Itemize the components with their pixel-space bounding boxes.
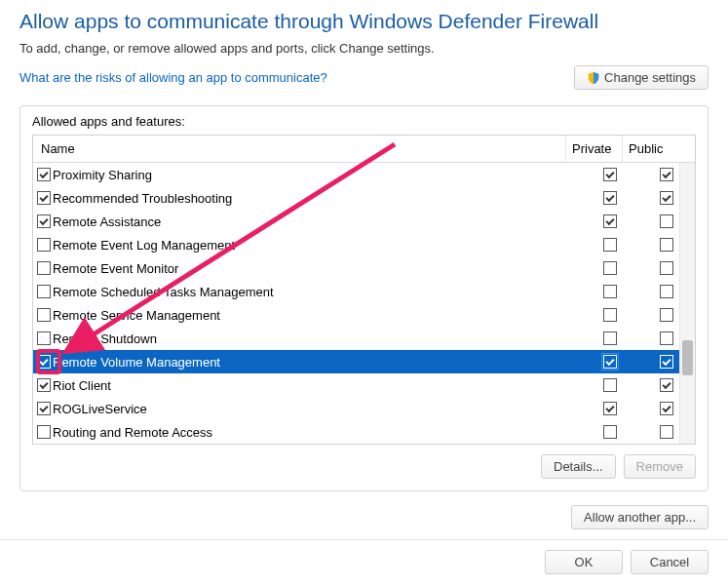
checkbox[interactable] [660,238,673,252]
checkbox[interactable] [660,378,673,392]
checkbox[interactable] [37,214,51,228]
checkbox[interactable] [603,238,617,252]
checkbox[interactable] [660,285,673,298]
ok-button[interactable]: OK [545,550,623,574]
table-row[interactable]: Remote Service Management [33,303,695,327]
app-name-label: Routing and Remote Access [53,425,212,440]
table-row[interactable]: Riot Client [33,373,695,397]
checkbox[interactable] [660,425,673,439]
checkbox[interactable] [37,191,51,205]
checkbox[interactable] [37,261,51,275]
checkbox[interactable] [37,308,51,322]
table-row[interactable]: Remote Event Monitor [33,256,695,280]
scrollbar[interactable] [679,163,695,444]
app-name-label: Remote Volume Management [53,355,220,370]
checkbox[interactable] [603,332,617,345]
checkbox[interactable] [603,168,617,181]
checkbox[interactable] [37,168,51,181]
checkbox[interactable] [603,191,617,205]
app-name-label: Remote Event Log Management [53,238,235,253]
checkbox[interactable] [37,285,51,298]
checkbox[interactable] [37,402,51,415]
page-title: Allow apps to communicate through Window… [19,10,709,33]
checkbox[interactable] [603,402,617,415]
allowed-apps-card: Allowed apps and features: Name Private … [19,105,709,491]
table-row[interactable]: Recommended Troubleshooting [33,186,695,210]
cancel-button[interactable]: Cancel [631,550,709,574]
details-button[interactable]: Details... [541,454,616,479]
table-row[interactable]: Proximity Sharing [33,163,695,186]
dialog-footer: OK Cancel [0,539,728,585]
checkbox[interactable] [603,378,617,392]
risks-link[interactable]: What are the risks of allowing an app to… [19,70,327,85]
app-name-label: Riot Client [53,378,111,393]
table-row[interactable]: Remote Shutdown [33,327,695,350]
checkbox[interactable] [660,402,673,415]
table-row[interactable]: Remote Event Log Management [33,233,695,256]
app-name-label: Remote Assistance [53,214,161,229]
checkbox[interactable] [37,332,51,345]
table-row[interactable]: Remote Assistance [33,210,695,233]
table-row[interactable]: Routing and Remote Access [33,420,695,444]
checkbox[interactable] [603,425,617,439]
apps-table: Name Private Public Proximity SharingRec… [32,135,696,445]
table-row[interactable]: Remote Volume Management [33,350,695,373]
remove-button[interactable]: Remove [624,454,696,479]
table-body: Proximity SharingRecommended Troubleshoo… [33,163,695,444]
change-settings-label: Change settings [604,70,696,85]
checkbox[interactable] [37,238,51,252]
checkbox[interactable] [603,214,617,228]
checkbox[interactable] [37,425,51,439]
checkbox[interactable] [660,355,673,369]
checkbox[interactable] [660,191,673,205]
app-name-label: Remote Scheduled Tasks Management [53,285,274,299]
page-subtitle: To add, change, or remove allowed apps a… [19,41,709,56]
app-name-label: Remote Shutdown [53,332,157,346]
checkbox[interactable] [37,355,51,369]
table-row[interactable]: Remote Scheduled Tasks Management [33,280,695,303]
checkbox[interactable] [660,332,673,345]
checkbox[interactable] [660,168,673,181]
app-name-label: Remote Event Monitor [53,261,178,276]
app-name-label: Proximity Sharing [53,168,152,182]
change-settings-button[interactable]: Change settings [574,65,709,90]
checkbox[interactable] [660,308,673,322]
app-name-label: ROGLiveService [53,402,147,416]
app-name-label: Recommended Troubleshooting [53,191,232,206]
checkbox[interactable] [603,285,617,298]
checkbox[interactable] [660,214,673,228]
checkbox[interactable] [603,355,617,369]
column-header-private[interactable]: Private [566,136,623,162]
table-header: Name Private Public [33,136,695,163]
app-name-label: Remote Service Management [53,308,220,323]
allow-another-app-button[interactable]: Allow another app... [571,505,709,529]
scrollbar-thumb[interactable] [682,340,693,375]
checkbox[interactable] [603,308,617,322]
column-header-public[interactable]: Public [623,136,679,162]
checkbox[interactable] [37,378,51,392]
table-row[interactable]: ROGLiveService [33,397,695,420]
column-header-name[interactable]: Name [33,136,566,162]
checkbox[interactable] [603,261,617,275]
shield-icon [587,71,600,85]
list-label: Allowed apps and features: [32,114,696,129]
checkbox[interactable] [660,261,673,275]
